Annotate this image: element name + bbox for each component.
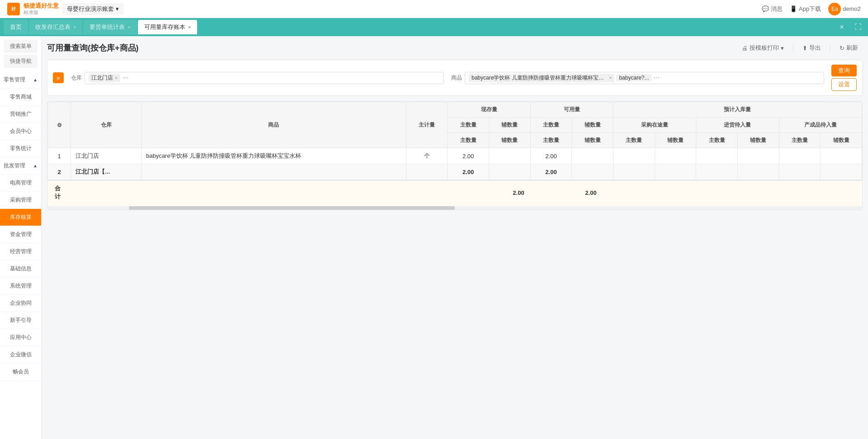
footer-avail-aux [609,181,645,204]
sidebar-item-finance[interactable]: 资金管理 [0,226,41,243]
user-name: demo2 [843,5,861,12]
filter-expand-btn[interactable]: » [53,72,64,83]
refresh-btn[interactable]: ↻ 刷新 [835,42,863,54]
page-header: 可用量查询(按仓库+商品) 🖨 按模板打印 ▾ ⬆ 导出 ↻ 刷新 [47,42,863,54]
row1-cur-aux [489,148,531,164]
row2-inb-aux [737,164,779,180]
product-tag-1-text: babycare学饮杯 儿童防摔防撞吸管杯重力球吸嘴杯宝宝水杯 [472,74,607,82]
sidebar: 搜索菜单 快捷导航 零售管理 ▲ 零售商城 营销推广 会员中心 零售统计 批发管… [0,36,42,439]
product-dots[interactable]: ··· [653,74,659,82]
th-product: 商品 [142,102,406,148]
tab-collect-close[interactable]: × [73,24,76,30]
search-menu-btn[interactable]: 搜索菜单 [4,40,38,53]
th-gear[interactable]: ⚙ [48,102,71,148]
sidebar-item-wholesale[interactable]: 批发管理 ▲ [0,157,41,175]
top-header: 好 畅捷通好生意 标准版 母婴行业演示账套 ▾ 💬 消息 📱 App下载 Ea … [0,0,868,18]
main-layout: 搜索菜单 快捷导航 零售管理 ▲ 零售商城 营销推广 会员中心 零售统计 批发管… [0,36,868,439]
product-tag-1-close[interactable]: × [609,75,612,80]
row2-product [142,164,406,180]
export-btn[interactable]: ⬆ 导出 [798,42,826,54]
export-icon: ⬆ [802,45,807,52]
warehouse-input[interactable]: 江北门店 × ··· [85,72,444,84]
th-available: 可用量 [530,102,613,118]
row1-fin-main [779,148,821,164]
sidebar-item-system[interactable]: 系统管理 [0,278,41,295]
footer-empty-unit [473,181,500,204]
sidebar-item-operation[interactable]: 经营管理 [0,243,41,260]
logo-area: 好 畅捷通好生意 标准版 母婴行业演示账套 ▾ [7,2,123,15]
row2-unit [406,164,448,180]
tab-order-stat-close[interactable]: × [127,24,130,30]
expand-window-btn[interactable]: ⛶ [852,21,864,33]
tab-order-stat[interactable]: 要货单统计表 × [83,20,137,34]
setting-btn[interactable]: 设置 [831,78,857,91]
divider-2 [830,44,830,52]
print-btn[interactable]: 🖨 按模板打印 ▾ [737,42,788,54]
app-download-label: App下载 [799,5,821,13]
quick-nav-btn[interactable]: 快捷导航 [4,55,38,68]
row2-cur-main: 2.00 [448,164,489,180]
message-btn[interactable]: 💬 消息 [762,5,783,13]
sidebar-item-inventory[interactable]: 库存核算 [0,209,41,226]
sidebar-item-marketing[interactable]: 营销推广 [0,106,41,123]
sidebar-item-zero-retail[interactable]: 零售管理 ▲ [0,71,41,89]
sidebar-item-enterprise[interactable]: 企业协同 [0,295,41,312]
th-warehouse: 仓库 [71,102,142,148]
th-pt-aux: 辅数量 [655,133,696,148]
sidebar-item-purchase[interactable]: 采购管理 [0,192,41,209]
close-window-btn[interactable]: × [835,21,848,33]
warehouse-dots[interactable]: ··· [122,74,128,82]
arrow-icon-2: ▲ [33,163,38,168]
printer-icon: 🖨 [742,45,748,52]
scrollbar-thumb [129,206,455,210]
th-current-aux: 辅数量 [489,118,531,133]
product-label: 商品 [451,74,462,82]
footer-cur-aux [537,181,573,204]
sidebar-item-basic[interactable]: 基础信息 [0,260,41,278]
account-selector[interactable]: 母婴行业演示账套 ▾ [62,3,123,15]
table-scroll[interactable]: ⚙ 仓库 商品 主计量 现存量 可用量 预计入库量 主数量 辅数量 [47,102,862,180]
row2-avail-aux [572,164,613,180]
user-area[interactable]: Ea demo2 [828,3,861,15]
query-btn[interactable]: 查询 [831,65,857,76]
tab-home[interactable]: 首页 [4,20,28,34]
sidebar-item-member[interactable]: 会员中心 [0,123,41,140]
sidebar-item-appcenter[interactable]: 应用中心 [0,329,41,346]
product-input[interactable]: babycare学饮杯 儿童防摔防撞吸管杯重力球吸嘴杯宝宝水杯 × babyca… [465,72,824,84]
app-subtitle: 标准版 [24,9,59,15]
tab-available-label: 可用量库存账本 [144,23,185,31]
sidebar-item-zero-stat[interactable]: 零售统计 [0,140,41,157]
filter-bar: » 仓库 江北门店 × ··· 商品 babycare学饮杯 儿童防摔防撞吸管杯… [47,60,863,96]
avatar: Ea [828,3,841,15]
footer-empty-product [111,181,473,204]
tab-collect[interactable]: 收发存汇总表 × [29,20,82,34]
print-label: 按模板打印 [750,44,779,52]
row2-warehouse: 江北门店【... [71,164,142,180]
row2-seq: 2 [48,164,71,180]
app-download-btn[interactable]: 📱 App下载 [790,5,821,13]
row2-cur-aux [489,164,531,180]
sidebar-item-vip[interactable]: 畅会员 [0,363,41,381]
warehouse-tag-close[interactable]: × [115,75,118,80]
sidebar-item-newguide[interactable]: 新手引导 [0,312,41,329]
sidebar-label-appcenter: 应用中心 [10,334,32,340]
th-planned-inbound: 预计入库量 [613,102,862,118]
row1-unit: 个 [406,148,448,164]
th-av-main-label: 主数量 [530,133,572,148]
table-footer: 合计 2.00 2.00 [47,180,862,210]
tab-available-close[interactable]: × [188,24,191,30]
row2-fin-main [779,164,821,180]
horizontal-scrollbar[interactable] [47,206,862,210]
th-purchase-transit: 采购在途量 [613,118,696,133]
footer-pur-aux [681,181,717,204]
sidebar-item-wechat[interactable]: 企业微信 [0,346,41,363]
warehouse-field: 仓库 江北门店 × ··· [71,72,444,84]
sidebar-item-ecommerce[interactable]: 电商管理 [0,175,41,192]
sidebar-item-zero-shop[interactable]: 零售商城 [0,89,41,106]
row1-avail-aux [572,148,613,164]
nav-tabs: 首页 收发存汇总表 × 要货单统计表 × 可用量库存账本 × × ⛶ [0,18,868,36]
tab-available[interactable]: 可用量库存账本 × [138,20,197,34]
row1-pur-aux [655,148,696,164]
footer-label: 合计 [47,181,66,204]
th-fp-main: 主数量 [779,133,821,148]
